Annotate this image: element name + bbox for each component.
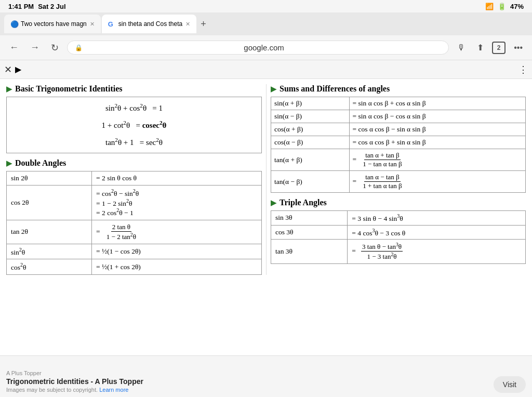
date: Sat 2 Jul bbox=[38, 3, 65, 10]
triple-header: ▶ Triple Angles bbox=[271, 198, 526, 207]
double-sin2-row: sin2θ = ½(1 − cos 2θ) bbox=[7, 244, 262, 259]
double-tan-row: tan 2θ = 2 tan θ 1 − 2 tan2θ bbox=[7, 220, 262, 244]
right-column: ▶ Sums and Differences of angles sin(α +… bbox=[266, 84, 526, 275]
tan2theta-den: 1 − 2 tan2θ bbox=[105, 232, 137, 241]
tan-sum-fraction: tan α + tan β 1 − tan α tan β bbox=[362, 151, 403, 168]
triple-table: sin 3θ = 3 sin θ − 4 sin3θ cos 3θ = 4 co… bbox=[271, 210, 526, 264]
cos-alpha-minus-beta-rhs: = cos α cos β + sin α sin β bbox=[349, 136, 525, 149]
battery-level: 47% bbox=[510, 3, 524, 10]
sums-table: sin(α + β) = sin α cos β + cos α sin β s… bbox=[271, 97, 526, 193]
cos-alpha-beta-row: cos(α + β) = cos α cos β − sin α sin β bbox=[271, 123, 526, 136]
double-sin-row: sin 2θ = 2 sin θ cos θ bbox=[7, 171, 262, 186]
triple-sin-row: sin 3θ = 3 sin θ − 4 sin3θ bbox=[271, 211, 526, 226]
basic-trig-box: sin2θ + cos2θ = 1 1 + cot2θ = cosec2θ ta… bbox=[6, 97, 262, 153]
triple-sin-rhs: = 3 sin θ − 4 sin3θ bbox=[348, 211, 526, 226]
sin-alpha-minus-beta-row: sin(α − β) = sin α cos β − cos α sin β bbox=[271, 110, 526, 123]
double-sin-rhs: = 2 sin θ cos θ bbox=[92, 171, 262, 186]
basic-trig-title: Basic Trigonometric Identities bbox=[15, 84, 123, 94]
double-sin-lhs: sin 2θ bbox=[7, 171, 92, 186]
formula-3: tan2θ + 1 = sec2θ bbox=[12, 135, 256, 150]
triple-tan-rhs: = 3 tan θ − tan3θ 1 − 3 tan2θ bbox=[348, 240, 526, 264]
battery-icon: 🔋 bbox=[498, 3, 506, 10]
tan-alpha-minus-beta-rhs: = tan α − tan β 1 + tan α tan β bbox=[349, 171, 525, 193]
forward-button[interactable]: → bbox=[27, 41, 43, 54]
basic-trig-header: ▶ Basic Trigonometric Identities bbox=[6, 84, 262, 94]
double-cos2-lhs: cos2θ bbox=[7, 259, 92, 275]
new-tab-button[interactable]: + bbox=[197, 19, 209, 30]
url-display: google.com bbox=[87, 43, 441, 52]
double-angles-header: ▶ Double Angles bbox=[6, 158, 262, 168]
double-angles-arrow: ▶ bbox=[6, 159, 12, 168]
footer-source: A Plus Topper bbox=[6, 370, 143, 376]
double-cos2-rhs: = ½(1 + cos 2θ) bbox=[92, 259, 262, 275]
tab1-label: Two vectors have magn bbox=[21, 20, 87, 28]
footer-note: Images may be subject to copyright. Lear… bbox=[6, 387, 143, 393]
address-bar: ← → ↻ 🔒 google.com 🎙 ⬆ 2 ••• bbox=[0, 35, 532, 60]
sin-alpha-minus-beta-rhs: = sin α cos β − cos α sin β bbox=[349, 110, 525, 123]
double-cos-rhs: = cos2θ − sin2θ = 1 − 2 sin2θ = 2 cos2θ … bbox=[92, 186, 262, 220]
cos-alpha-beta-rhs: = cos α cos β − sin α sin β bbox=[349, 123, 525, 136]
triple-tan-row: tan 3θ = 3 tan θ − tan3θ 1 − 3 tan2θ bbox=[271, 240, 526, 264]
tan-alpha-minus-beta-row: tan(α − β) = tan α − tan β 1 + tan α tan… bbox=[271, 171, 526, 193]
tan-diff-num: tan α − tan β bbox=[364, 173, 401, 182]
sin-alpha-minus-beta-lhs: sin(α − β) bbox=[271, 110, 350, 123]
tab-sin-theta[interactable]: G sin theta and Cos theta ✕ bbox=[102, 15, 196, 33]
tab2-close[interactable]: ✕ bbox=[185, 21, 190, 28]
sums-header: ▶ Sums and Differences of angles bbox=[271, 84, 526, 94]
double-sin2-rhs: = ½(1 − cos 2θ) bbox=[92, 244, 262, 259]
double-sin2-lhs: sin2θ bbox=[7, 244, 92, 259]
more-button[interactable]: ••• bbox=[511, 41, 526, 55]
double-cos-row: cos 2θ = cos2θ − sin2θ = 1 − 2 sin2θ = 2… bbox=[7, 186, 262, 220]
formula-1: sin2θ + cos2θ = 1 bbox=[12, 100, 256, 115]
status-bar: 1:41 PM Sat 2 Jul 📶 🔋 47% bbox=[0, 0, 532, 12]
basic-trig-arrow: ▶ bbox=[6, 85, 12, 94]
tan2theta-fraction: 2 tan θ 1 − 2 tan2θ bbox=[105, 223, 137, 241]
tan-sum-den: 1 − tan α tan β bbox=[362, 160, 403, 168]
refresh-button[interactable]: ↻ bbox=[48, 41, 62, 55]
tab-two-vectors[interactable]: 🔵 Two vectors have magn ✕ bbox=[4, 15, 101, 33]
learn-more-link[interactable]: Learn more bbox=[99, 387, 128, 393]
triple-cos-rhs: = 4 cos3θ − 3 cos θ bbox=[348, 225, 526, 240]
double-cos-lhs: cos 2θ bbox=[7, 186, 92, 220]
triple-cos-lhs: cos 3θ bbox=[271, 225, 348, 240]
double-tan-rhs: = 2 tan θ 1 − 2 tan2θ bbox=[92, 220, 262, 244]
footer-note-text: Images may be subject to copyright. bbox=[6, 387, 98, 393]
share-button[interactable]: ⬆ bbox=[474, 41, 487, 55]
tan-alpha-minus-beta-lhs: tan(α − β) bbox=[271, 171, 350, 193]
tan-diff-den: 1 + tan α tan β bbox=[362, 182, 403, 190]
tan-sum-num: tan α + tan β bbox=[364, 151, 401, 160]
address-input-wrap[interactable]: 🔒 google.com bbox=[67, 41, 449, 55]
search-result-icon: ▶ bbox=[15, 64, 21, 74]
double-cos2-row: cos2θ = ½(1 + cos 2θ) bbox=[7, 259, 262, 275]
left-column: ▶ Basic Trigonometric Identities sin2θ +… bbox=[6, 84, 266, 275]
tan-alpha-beta-rhs: = tan α + tan β 1 − tan α tan β bbox=[349, 149, 525, 171]
toolbar: ✕ ▶ ⋮ bbox=[0, 60, 532, 79]
tab2-favicon: G bbox=[108, 20, 115, 28]
close-button[interactable]: ✕ bbox=[4, 64, 12, 75]
triple-tan-den: 1 − 3 tan2θ bbox=[366, 252, 398, 261]
triple-tan-lhs: tan 3θ bbox=[271, 240, 348, 264]
cos-alpha-minus-beta-lhs: cos(α − β) bbox=[271, 136, 350, 149]
sin-alpha-beta-row: sin(α + β) = sin α cos β + cos α sin β bbox=[271, 97, 526, 110]
lock-icon: 🔒 bbox=[75, 44, 83, 51]
options-button[interactable]: ⋮ bbox=[518, 64, 528, 75]
triple-sin-lhs: sin 3θ bbox=[271, 211, 348, 226]
tab-count-button[interactable]: 2 bbox=[492, 42, 506, 54]
back-button[interactable]: ← bbox=[6, 41, 22, 54]
tab-bar: 🔵 Two vectors have magn ✕ G sin theta an… bbox=[0, 12, 532, 35]
footer-left: A Plus Topper Trigonometric Identities -… bbox=[6, 370, 143, 393]
time: 1:41 PM bbox=[8, 3, 34, 10]
sin-alpha-beta-lhs: sin(α + β) bbox=[271, 97, 350, 110]
double-angles-table: sin 2θ = 2 sin θ cos θ cos 2θ = cos2θ − … bbox=[6, 171, 262, 275]
triple-title: Triple Angles bbox=[280, 198, 327, 207]
microphone-button[interactable]: 🎙 bbox=[454, 41, 469, 55]
wifi-icon: 📶 bbox=[485, 3, 494, 10]
tab1-favicon: 🔵 bbox=[10, 20, 18, 28]
triple-tan-num: 3 tan θ − tan3θ bbox=[361, 242, 403, 252]
math-content: ▶ Basic Trigonometric Identities sin2θ +… bbox=[0, 79, 532, 280]
tab1-close[interactable]: ✕ bbox=[90, 21, 95, 28]
tan-alpha-beta-lhs: tan(α + β) bbox=[271, 149, 350, 171]
content-area: ▶ Basic Trigonometric Identities sin2θ +… bbox=[0, 79, 532, 355]
cos-alpha-beta-lhs: cos(α + β) bbox=[271, 123, 350, 136]
visit-button[interactable]: Visit bbox=[494, 376, 526, 393]
